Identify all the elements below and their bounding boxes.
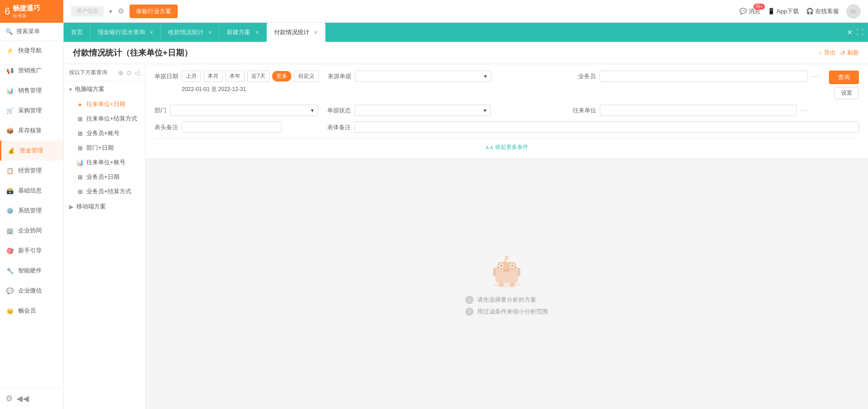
- scheme-settings-icon[interactable]: ⊙: [126, 69, 132, 76]
- sidebar-item-sales[interactable]: 📊 销售管理: [0, 81, 63, 101]
- finance-icon: 💰: [7, 146, 16, 155]
- scheme-label-staff-date: 业务员+日期: [86, 173, 120, 181]
- search-icon: 🔍: [5, 28, 13, 35]
- sidebar-item-quick-nav[interactable]: ⚡ 快捷导航: [0, 40, 63, 61]
- svg-rect-9: [518, 268, 520, 276]
- tab-new-scheme-close[interactable]: ×: [255, 29, 259, 36]
- table-body-note-input[interactable]: [354, 121, 859, 133]
- sidebar-label-inventory: 库存核算: [18, 126, 42, 135]
- system-icon: ⚙️: [5, 206, 15, 215]
- partner-input[interactable]: [600, 105, 797, 116]
- sidebar-item-hardware[interactable]: 🔧 智能硬件: [0, 261, 63, 281]
- body-area: 按以下方案查询 ⊕ ⊙ ◁ ▾ 电脑端方案 ● 往来单位+日期 ⊞: [64, 64, 868, 409]
- partner-dots[interactable]: ···: [800, 106, 809, 115]
- collapse-label: 收起更多条件: [495, 143, 528, 151]
- sidebar-item-basic-info[interactable]: 🗃️ 基础信息: [0, 181, 63, 201]
- dept-select[interactable]: ▾: [170, 105, 318, 116]
- staff-input[interactable]: [599, 71, 807, 82]
- collapse-more-btn[interactable]: ∧∧ 收起更多条件: [485, 143, 528, 151]
- basic-info-icon: 🗃️: [5, 186, 15, 195]
- filter-settings-btn[interactable]: 设置: [834, 87, 859, 99]
- search-menu[interactable]: 🔍 搜索菜单: [0, 23, 63, 40]
- mobile-category-arrow: ▶: [69, 203, 74, 210]
- scheme-item-dept-date[interactable]: ⊞ 部门+日期: [64, 141, 145, 155]
- sidebar-item-wechat[interactable]: 💬 企业微信: [0, 281, 63, 301]
- source-doc-select[interactable]: ▾: [355, 71, 491, 82]
- sidebar-item-enterprise[interactable]: 🏢 企业协同: [0, 221, 63, 241]
- filter-row-2: 部门 ▾ 单据状态 ▾: [155, 105, 859, 116]
- tab-new-scheme[interactable]: 新建方案 ×: [219, 23, 266, 42]
- date-btn-last-month[interactable]: 上月: [182, 71, 201, 82]
- staff-dots[interactable]: ···: [811, 72, 820, 81]
- doc-status-select[interactable]: ▾: [354, 105, 491, 116]
- scheme-item-unit-date[interactable]: ● 往来单位+日期: [64, 97, 145, 111]
- scheme-item-unit-account[interactable]: 📊 往来单位+账号: [64, 155, 145, 170]
- sidebar-item-inventory[interactable]: 📦 库存核算: [0, 121, 63, 141]
- topbar-message[interactable]: 💬 消息 99+: [739, 7, 760, 15]
- topbar-settings-icon[interactable]: ⚙: [118, 7, 124, 15]
- date-btn-more[interactable]: 更多: [272, 71, 291, 81]
- date-btn-custom[interactable]: 自定义: [294, 71, 319, 82]
- message-badge: 99+: [753, 4, 765, 10]
- tab-receivable-stats[interactable]: 收款情况统计 ×: [161, 23, 219, 42]
- scheme-desktop-category[interactable]: ▾ 电脑端方案: [64, 81, 145, 97]
- empty-tip-2: 2 用过滤条件来缩小分析范围: [465, 308, 548, 316]
- sidebar-item-member[interactable]: 👑 畅会员: [0, 301, 63, 321]
- sidebar-item-finance[interactable]: 💰 资金管理: [0, 141, 63, 161]
- sidebar-settings-icon[interactable]: ⚙: [5, 394, 13, 404]
- trial-btn[interactable]: 体验行业方案: [130, 5, 178, 18]
- topbar-dropdown-icon[interactable]: ▾: [109, 8, 112, 15]
- tab-payment-stats[interactable]: 付款情况统计 ×: [267, 23, 325, 42]
- svg-point-5: [500, 265, 503, 267]
- sidebar-label-basic-info: 基础信息: [18, 187, 42, 195]
- date-btn-7days[interactable]: 近7天: [247, 71, 269, 82]
- empty-illustration: [484, 252, 529, 288]
- page-header: 付款情况统计（往来单位+日期） ↑ 导出 ↺ 刷新: [64, 42, 868, 64]
- scheme-item-icon-unit-settle: ⊞: [76, 115, 84, 122]
- sidebar-label-hardware: 智能硬件: [18, 267, 42, 275]
- date-buttons: 上月 本月 本年 近7天 更多 自定义: [182, 71, 319, 82]
- sidebar-item-operations[interactable]: 📋 经营管理: [0, 161, 63, 181]
- date-label: 单据日期: [155, 71, 178, 81]
- scheme-item-icon-staff-account: ⊞: [76, 130, 84, 137]
- sidebar-item-system[interactable]: ⚙️ 系统管理: [0, 201, 63, 221]
- page-actions: ↑ 导出 ↺ 刷新: [819, 49, 859, 57]
- topbar-online-service[interactable]: 🎧 在线客服: [806, 7, 839, 15]
- topbar-avatar[interactable]: Rit: [846, 4, 861, 19]
- scheme-item-unit-settle[interactable]: ⊞ 往来单位+结算方式: [64, 111, 145, 126]
- tip-text-2: 用过滤条件来缩小分析范围: [477, 308, 548, 316]
- wechat-icon: 💬: [5, 286, 15, 295]
- tab-bank-flow-close[interactable]: ×: [150, 29, 153, 36]
- empty-tip-1: 1 请先选择要分析的方案: [465, 296, 548, 304]
- tab-receivable-stats-close[interactable]: ×: [208, 29, 212, 36]
- scheme-mobile-category[interactable]: ▶ 移动端方案: [64, 199, 145, 214]
- date-btn-this-month[interactable]: 本月: [204, 71, 223, 82]
- table-header-note-input[interactable]: [182, 121, 282, 133]
- export-btn[interactable]: ↑ 导出: [819, 49, 836, 57]
- scheme-collapse-icon[interactable]: ◁: [135, 69, 140, 76]
- topbar-app-download[interactable]: 📱 App下载: [768, 7, 799, 15]
- sidebar-collapse-icon[interactable]: ◀◀: [16, 394, 29, 404]
- tab-bank-flow[interactable]: 现金银行流水查询 ×: [90, 23, 161, 42]
- source-doc-arrow: ▾: [484, 73, 487, 80]
- date-btn-this-year[interactable]: 本年: [225, 71, 244, 82]
- tabbar-expand-icon[interactable]: ⛶: [856, 28, 863, 36]
- scheme-add-icon[interactable]: ⊕: [118, 69, 124, 76]
- query-btn[interactable]: 查询: [829, 71, 859, 84]
- sidebar-item-marketing[interactable]: 📢 营销推广: [0, 61, 63, 81]
- page-title: 付款情况统计（往来单位+日期）: [73, 47, 192, 58]
- tab-home[interactable]: 首页: [64, 23, 90, 42]
- scheme-item-icon-unit-date: ●: [76, 101, 84, 108]
- app-download-icon: 📱: [768, 8, 775, 15]
- scheme-item-staff-date[interactable]: ⊞ 业务员+日期: [64, 170, 145, 184]
- sidebar-label-guide: 新手引导: [18, 247, 42, 255]
- sidebar-item-guide[interactable]: 🎯 新手引导: [0, 241, 63, 261]
- topbar-right: 💬 消息 99+ 📱 App下载 🎧 在线客服 Rit: [739, 4, 861, 19]
- tabbar-close-icon[interactable]: ✕: [847, 28, 853, 37]
- refresh-btn[interactable]: ↺ 刷新: [840, 49, 859, 57]
- sidebar-item-purchase[interactable]: 🛒 采购管理: [0, 101, 63, 121]
- tab-payment-stats-close[interactable]: ×: [314, 29, 318, 36]
- scheme-item-staff-settle[interactable]: ⊞ 业务员+结算方式: [64, 184, 145, 199]
- scheme-item-staff-account[interactable]: ⊞ 业务员+账号: [64, 126, 145, 141]
- tab-bank-flow-label: 现金银行流水查询: [98, 28, 145, 36]
